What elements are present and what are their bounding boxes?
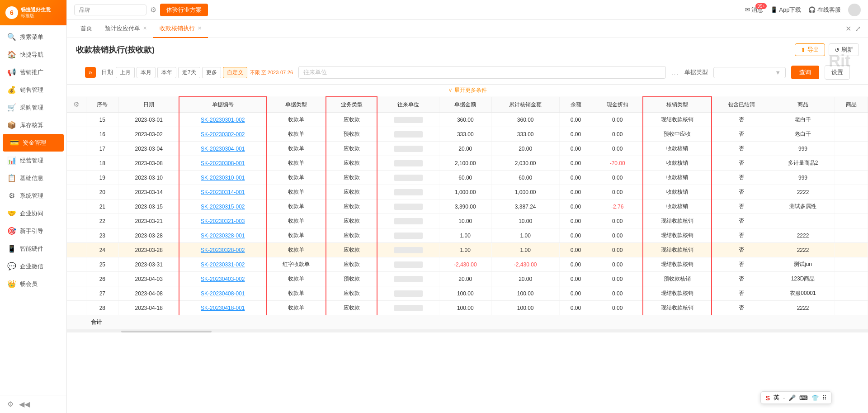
table-row[interactable]: 15 2023-03-01 SK-20230301-002 收款单 应收款 36…	[67, 113, 868, 127]
doc-link[interactable]: SK-20230321-003	[201, 218, 245, 224]
doc-link[interactable]: SK-20230302-002	[201, 131, 245, 138]
this-year-btn[interactable]: 本年	[157, 67, 176, 78]
refresh-button[interactable]: ↺ 刷新	[829, 43, 859, 56]
doc-link[interactable]: SK-20230328-002	[201, 247, 245, 253]
sidebar-item-quicknav[interactable]: 🏠快捷导航	[0, 46, 66, 63]
app-download-link[interactable]: 📱 App下载	[770, 6, 801, 14]
custom-date-btn[interactable]: 自定义	[223, 67, 247, 78]
col-discount: 0.00	[592, 243, 643, 257]
sidebar-item-operations[interactable]: 📊经营管理	[0, 152, 66, 169]
sidebar-item-sales[interactable]: 💰销售管理	[0, 81, 66, 99]
col-verified: 360.00	[491, 113, 559, 127]
partner-filter-input[interactable]: 往来单位	[298, 66, 666, 79]
scrollbar-thumb[interactable]	[121, 331, 212, 332]
last-month-btn[interactable]: 上月	[116, 67, 135, 78]
table-row[interactable]: 18 2023-03-08 SK-20230308-001 收款单 应收款 2,…	[67, 156, 868, 171]
table-row[interactable]: 26 2023-04-03 SK-20230403-002 收款单 预收款 20…	[67, 272, 868, 286]
ime-voice-icon[interactable]: 🎤	[788, 394, 796, 401]
filter-more-dots: ...	[671, 69, 679, 76]
col-discount: 0.00	[592, 301, 643, 315]
table-row[interactable]: 25 2023-03-31 SK-20230331-002 红字收款单 应收款 …	[67, 257, 868, 272]
ime-keyboard-icon[interactable]: ⌨	[799, 394, 808, 401]
tab-0[interactable]: 首页	[74, 20, 99, 38]
export-button[interactable]: ⬆ 导出	[795, 43, 825, 56]
col-writeofftype: 预收款核销	[643, 272, 712, 286]
query-button[interactable]: 查询	[791, 66, 819, 79]
doc-link[interactable]: SK-20230310-001	[201, 175, 245, 181]
tab-close-2[interactable]: ✕	[198, 25, 202, 31]
sidebar-item-inventory[interactable]: 📦库存核算	[0, 116, 66, 134]
this-month-btn[interactable]: 本月	[137, 67, 156, 78]
sidebar-item-guide[interactable]: 🎯新手引导	[0, 222, 66, 240]
doc-link[interactable]: SK-20230315-002	[201, 204, 245, 210]
maximize-icon[interactable]: ⤢	[855, 24, 861, 33]
column-settings-button[interactable]: ⚙	[73, 100, 79, 109]
close-tab-icon[interactable]: ✕	[845, 24, 851, 33]
col-writeofftype: 收款核销	[643, 199, 712, 214]
col-goods2	[835, 301, 868, 315]
online-service-link[interactable]: 🎧 在线客服	[808, 6, 841, 14]
setting-button[interactable]: 设置	[825, 65, 850, 80]
col-biztype: 应收款	[326, 142, 377, 156]
sidebar-item-member[interactable]: 👑畅会员	[0, 275, 66, 293]
col-writeofftype: 现结收款核销	[643, 243, 712, 257]
last-7days-btn[interactable]: 近7天	[178, 67, 200, 78]
col-settled: 否	[712, 272, 771, 286]
table-row[interactable]: 20 2023-03-14 SK-20230314-001 收款单 应收款 1,…	[67, 185, 868, 199]
more-date-btn[interactable]: 更多	[202, 67, 221, 78]
message-button[interactable]: ✉ 消息 99+	[745, 6, 764, 14]
sidebar-item-enterprise[interactable]: 🤝企业协同	[0, 204, 66, 222]
col-goods2	[835, 142, 868, 156]
tab-1[interactable]: 预计应应付单✕	[99, 20, 153, 38]
table-row[interactable]: 16 2023-03-02 SK-20230302-002 收款单 预收款 33…	[67, 127, 868, 142]
doc-type-select[interactable]: ▼	[713, 67, 786, 78]
sidebar-item-wechat[interactable]: 💬企业微信	[0, 257, 66, 275]
col-settled: 否	[712, 127, 771, 142]
table-row[interactable]: 17 2023-03-04 SK-20230304-001 收款单 应收款 20…	[67, 142, 868, 156]
sidebar-item-base[interactable]: 📋基础信息	[0, 169, 66, 187]
doc-link[interactable]: SK-20230331-002	[201, 261, 245, 268]
doc-link[interactable]: SK-20230328-001	[201, 233, 245, 239]
table-row[interactable]: 21 2023-03-15 SK-20230315-002 收款单 应收款 3,…	[67, 199, 868, 214]
table-row[interactable]: 27 2023-04-08 SK-20230408-001 收款单 应收款 10…	[67, 286, 868, 301]
tab-close-1[interactable]: ✕	[143, 25, 147, 31]
collapse-icon[interactable]: ◀◀	[19, 400, 30, 408]
data-table: ⚙ 序号 日期 单据编号 单据类型 业务类型 往来单位 单据金额 累计核销金额 …	[67, 96, 868, 330]
sidebar-item-marketing[interactable]: 📢营销推广	[0, 63, 66, 81]
brand-input[interactable]	[74, 5, 146, 15]
user-avatar[interactable]	[848, 4, 861, 16]
doc-link[interactable]: SK-20230403-002	[201, 276, 245, 282]
ime-shirt-icon[interactable]: 👕	[811, 394, 819, 401]
gear-icon[interactable]: ⚙	[150, 5, 156, 14]
sidebar-item-search[interactable]: 🔍搜索菜单	[0, 28, 66, 46]
sidebar-item-hardware[interactable]: 📱智能硬件	[0, 240, 66, 257]
table-row[interactable]: 24 2023-03-28 SK-20230328-002 收款单 应收款 1.…	[67, 243, 868, 257]
table-row[interactable]: 28 2023-04-18 SK-20230418-001 收款单 应收款 10…	[67, 301, 868, 315]
table-row[interactable]: 19 2023-03-10 SK-20230310-001 收款单 应收款 60…	[67, 171, 868, 185]
table-row[interactable]: 23 2023-03-28 SK-20230328-001 收款单 应收款 1.…	[67, 228, 868, 243]
col-writeofftype: 现结收款核销	[643, 286, 712, 301]
doc-link[interactable]: SK-20230418-001	[201, 305, 245, 311]
doc-link[interactable]: SK-20230314-001	[201, 189, 245, 195]
col-goods1: 999	[771, 142, 835, 156]
col-goods2	[835, 199, 868, 214]
doc-type-label: 单据类型	[684, 68, 708, 76]
doc-link[interactable]: SK-20230301-002	[201, 117, 245, 123]
filter-toggle-button[interactable]: »	[85, 67, 96, 78]
enterprise-icon: 🤝	[7, 209, 16, 218]
sidebar-item-finance[interactable]: 💳资金管理	[3, 134, 64, 152]
sidebar-item-purchase[interactable]: 🛒采购管理	[0, 99, 66, 116]
sidebar-item-system[interactable]: ⚙系统管理	[0, 187, 66, 204]
tab-2[interactable]: 收款核销执行✕	[153, 20, 208, 38]
col-gear-header: ⚙	[67, 97, 86, 113]
col-writeofftype: 现结收款核销	[643, 257, 712, 272]
table-row[interactable]: 22 2023-03-21 SK-20230321-003 收款单 应收款 10…	[67, 214, 868, 228]
sidebar-item-label: 基础信息	[20, 174, 43, 182]
doc-link[interactable]: SK-20230408-001	[201, 290, 245, 297]
industry-solution-button[interactable]: 体验行业方案	[160, 4, 208, 16]
doc-link[interactable]: SK-20230308-001	[201, 160, 245, 166]
doc-link[interactable]: SK-20230304-001	[201, 146, 245, 152]
ime-menu-icon[interactable]: ⠿	[822, 394, 827, 401]
expand-more-conditions[interactable]: ∨ 展开更多条件	[67, 85, 868, 96]
settings-icon[interactable]: ⚙	[7, 400, 14, 408]
